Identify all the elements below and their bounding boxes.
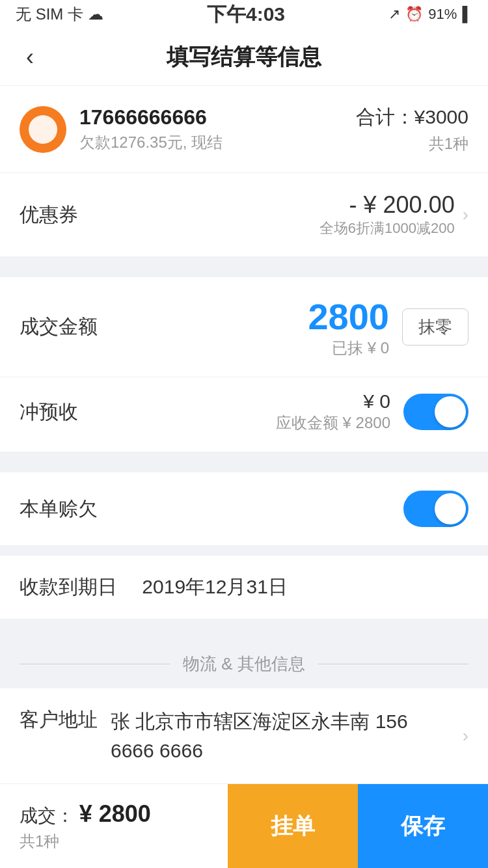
save-button[interactable]: 保存 [358,784,488,869]
coupon-right: - ¥ 200.00 全场6折满1000减200 › [319,191,468,238]
customer-debt: 欠款1276.35元, 现结 [79,132,223,153]
signal-text: 无 SIM 卡 ☁ [16,4,103,25]
debt-label: 本单赊欠 [20,496,98,522]
coupon-label: 优惠券 [20,202,78,228]
bottom-bar: 成交： ¥ 2800 共1种 挂单 保存 [0,783,488,868]
status-left: 无 SIM 卡 ☁ [16,4,103,25]
due-date-label: 收款到期日 [20,576,117,597]
customer-total: 合计：¥3000 共1种 [356,104,468,154]
customer-phone: 17666666666 [79,105,223,129]
prepay-label: 冲预收 [20,399,78,426]
coupon-value: - ¥ 200.00 [319,191,455,219]
prepay-toggle[interactable] [403,394,468,430]
content: 17666666666 欠款1276.35元, 现结 合计：¥3000 共1种 … [0,86,488,868]
debt-toggle[interactable] [403,491,468,527]
avatar-icon [29,115,57,144]
prepay-right: ¥ 0 应收金额 ¥ 2800 [276,390,468,433]
customer-row: 17666666666 欠款1276.35元, 现结 合计：¥3000 共1种 [0,86,488,172]
customer-left: 17666666666 欠款1276.35元, 现结 [20,105,223,153]
address-label: 客户地址 [20,707,98,733]
customer-card: 17666666666 欠款1276.35元, 现结 合计：¥3000 共1种 … [0,86,488,256]
chevron-right-icon: › [463,204,468,225]
battery-icon: ▌ [462,6,472,23]
logistics-text: 物流 & 其他信息 [183,653,305,675]
divider-1 [0,267,488,277]
round-button[interactable]: 抹零 [402,308,468,346]
prepay-values: ¥ 0 应收金额 ¥ 2800 [276,390,390,433]
bottom-deal-amount: ¥ 2800 [79,800,151,827]
address-content: 张 北京市市辖区海淀区永丰南 156 6666 6666 [111,707,450,765]
amount-sub: 已抹 ¥ 0 [308,338,389,359]
back-button[interactable]: ‹ [20,37,40,77]
amount-label: 成交金额 [20,314,98,340]
due-date-value: 2019年12月31日 [142,576,287,597]
coupon-row[interactable]: 优惠券 - ¥ 200.00 全场6折满1000减200 › [0,172,488,256]
logistics-line-left [20,664,170,664]
status-time: 下午4:03 [207,1,285,28]
status-right: ↗ ⏰ 91% ▌ [388,6,472,23]
location-icon: ↗ [388,6,400,23]
total-amount: 合计：¥3000 [356,104,468,131]
divider-3 [0,629,488,640]
status-bar: 无 SIM 卡 ☁ 下午4:03 ↗ ⏰ 91% ▌ [0,0,488,29]
prepay-receivable: 应收金额 ¥ 2800 [276,413,390,433]
bottom-deal-label: 成交： [20,806,74,826]
debt-section: 本单赊欠 [0,472,488,545]
page-title: 填写结算等信息 [167,42,321,72]
address-chevron-icon: › [463,726,468,746]
total-count: 共1种 [356,133,468,154]
logistics-line-right [318,664,468,664]
prepay-amount: ¥ 0 [276,390,390,413]
hang-button[interactable]: 挂单 [228,784,358,869]
bottom-info: 成交： ¥ 2800 共1种 [0,800,228,852]
due-date-section: 收款到期日 2019年12月31日 [0,556,488,619]
divider-2 [0,462,488,472]
bottom-deal: 成交： ¥ 2800 [20,800,208,828]
amount-section: 成交金额 2800 已抹 ¥ 0 抹零 冲预收 ¥ 0 应收金额 ¥ 2800 [0,277,488,452]
nav-bar: ‹ 填写结算等信息 [0,29,488,86]
prepay-row: 冲预收 ¥ 0 应收金额 ¥ 2800 [0,377,488,452]
address-section: 客户地址 张 北京市市辖区海淀区永丰南 156 6666 6666 › [0,688,488,783]
avatar [20,106,66,153]
battery-text: 91% [428,6,457,23]
address-row[interactable]: 客户地址 张 北京市市辖区海淀区永丰南 156 6666 6666 › [0,688,488,783]
logistics-header: 物流 & 其他信息 [0,640,488,688]
amount-value: 2800 [308,295,389,338]
coupon-desc: 全场6折满1000减200 [319,219,455,238]
customer-info: 17666666666 欠款1276.35元, 现结 [79,105,223,153]
bottom-count: 共1种 [20,831,208,852]
amount-right: 2800 已抹 ¥ 0 抹零 [308,295,468,359]
alarm-icon: ⏰ [405,6,423,23]
amount-row: 成交金额 2800 已抹 ¥ 0 抹零 [0,277,488,377]
